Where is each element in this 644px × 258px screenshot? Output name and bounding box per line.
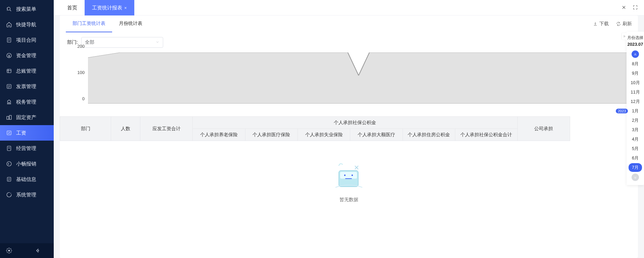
month-picker-item[interactable]: 1月2023 — [629, 107, 642, 115]
sidebar-item-money[interactable]: 资金管理 — [0, 48, 54, 63]
tabs-close-all-icon[interactable] — [621, 5, 627, 11]
table-horizontal-scroll[interactable]: 部门 人数 应发工资合计 个人承担社保公积金 公司承担 个人承担养老保险个人承担… — [60, 116, 638, 212]
download-button[interactable]: 下载 — [593, 21, 609, 27]
month-picker-item[interactable]: 3月 — [629, 125, 642, 134]
svg-point-16 — [352, 175, 353, 176]
month-picker-item[interactable]: 8月 — [629, 60, 642, 68]
month-picker-title: 月份选择 — [627, 35, 643, 41]
month-picker-down-button[interactable] — [632, 174, 639, 181]
month-picker-item[interactable]: 2月 — [629, 116, 642, 125]
table-empty-state: 暂无数据 — [60, 141, 638, 208]
col-sub: 个人承担大额医疗 — [350, 129, 403, 141]
inner-tab[interactable]: 部门工资统计表 — [66, 15, 112, 32]
sidebar-item-label: 税务管理 — [16, 99, 36, 105]
month-picker-item[interactable]: 12月 — [629, 97, 642, 106]
search-icon — [6, 6, 12, 12]
sidebar-item-label: 资金管理 — [16, 52, 36, 59]
system-icon — [6, 192, 12, 198]
svg-rect-6 — [9, 115, 11, 119]
page-tabs-bar: 首页工资统计报表× — [54, 0, 644, 15]
ledger-icon — [6, 68, 12, 74]
month-picker-panel: 月份选择 2023.07 8月9月10月11月12月1月20232月3月4月5月… — [627, 32, 644, 185]
sidebar-item-search[interactable]: 搜索菜单 — [0, 1, 54, 17]
sidebar-item-label: 小畅报销 — [16, 161, 36, 167]
col-sub: 个人承担社保公积金合计 — [455, 129, 517, 141]
page-tab[interactable]: 首页 — [60, 0, 85, 15]
sidebar-item-system[interactable]: 系统管理 — [0, 187, 54, 202]
report-panel: 部门工资统计表月份统计表 下载 刷新 部门: 全部 — [60, 15, 638, 258]
svg-point-9 — [7, 161, 11, 166]
salary-icon — [6, 130, 12, 136]
asset-icon — [6, 114, 12, 120]
tabs-fullscreen-icon[interactable] — [633, 5, 638, 11]
sidebar-item-label: 快捷导航 — [16, 22, 36, 28]
month-picker-item[interactable]: 10月 — [629, 78, 642, 87]
svg-point-11 — [8, 250, 10, 252]
sidebar-item-invoice[interactable]: 发票管理 — [0, 79, 54, 94]
sidebar-item-home[interactable]: 快捷导航 — [0, 17, 54, 32]
salary-area-chart: 0100200 — [67, 51, 631, 108]
department-select[interactable]: 全部 — [81, 37, 163, 48]
sidebar-item-label: 发票管理 — [16, 83, 36, 90]
empty-state-illustration-icon — [329, 154, 369, 191]
sidebar-item-base[interactable]: 基础信息 — [0, 172, 54, 187]
sidebar-item-ledger[interactable]: 总账管理 — [0, 63, 54, 79]
col-sub: 个人承担医疗保险 — [245, 129, 297, 141]
col-total-pay: 应发工资合计 — [140, 117, 192, 141]
inner-tab[interactable]: 月份统计表 — [112, 15, 149, 32]
col-group-personal-social: 个人承担社保公积金 — [193, 117, 517, 129]
month-picker-item[interactable]: 4月 — [629, 135, 642, 144]
col-sub: 个人承担失业保险 — [297, 129, 350, 141]
svg-rect-14 — [340, 172, 357, 179]
sidebar-item-tax[interactable]: 税务管理 — [0, 94, 54, 110]
month-picker-collapse-button[interactable] — [622, 33, 627, 40]
col-sub: 个人承担养老保险 — [193, 129, 245, 141]
base-icon — [6, 176, 12, 182]
empty-state-text: 暂无数据 — [339, 197, 358, 203]
month-picker-item[interactable]: 9月 — [629, 69, 642, 78]
department-select-value: 全部 — [85, 39, 94, 45]
chart-y-tick: 100 — [77, 70, 85, 75]
sidebar-item-biz[interactable]: 经营管理 — [0, 141, 54, 156]
department-filter-label: 部门: — [67, 39, 78, 45]
month-picker-up-button[interactable] — [632, 50, 639, 58]
chart-y-tick: 200 — [77, 44, 85, 49]
month-picker-item[interactable]: 11月 — [629, 88, 642, 97]
sidebar-item-label: 搜索菜单 — [16, 6, 36, 12]
collapse-sidebar-icon[interactable] — [36, 248, 42, 254]
sidebar-item-label: 项目合同 — [16, 37, 36, 43]
col-company-bear-partial: 公司承担 — [517, 117, 570, 141]
tab-label: 首页 — [67, 5, 77, 11]
sidebar-item-label: 总账管理 — [16, 68, 36, 74]
sidebar-bottom-bar — [0, 243, 54, 258]
sidebar-item-contract[interactable]: 项目合同 — [0, 32, 54, 48]
biz-icon — [6, 145, 12, 151]
sidebar-item-label: 固定资产 — [16, 114, 36, 121]
month-picker-item[interactable]: 7月 — [629, 163, 642, 172]
refresh-button[interactable]: 刷新 — [616, 21, 632, 27]
chevron-down-icon — [155, 40, 159, 45]
home-icon — [6, 22, 12, 28]
salary-table: 部门 人数 应发工资合计 个人承担社保公积金 公司承担 个人承担养老保险个人承担… — [60, 116, 570, 141]
tab-label: 工资统计报表 — [92, 5, 122, 11]
page-tab[interactable]: 工资统计报表× — [85, 0, 134, 15]
col-department: 部门 — [60, 117, 111, 141]
money-icon — [6, 52, 12, 59]
svg-rect-3 — [7, 69, 11, 73]
tab-close-icon[interactable]: × — [124, 5, 127, 10]
svg-point-15 — [344, 175, 346, 176]
sidebar-item-reimburse[interactable]: 小畅报销 — [0, 156, 54, 172]
sidebar-item-asset[interactable]: 固定资产 — [0, 110, 54, 125]
month-picker-item[interactable]: 5月 — [629, 144, 642, 153]
sidebar-item-salary[interactable]: 工资 — [0, 125, 54, 141]
settings-icon[interactable] — [6, 248, 12, 254]
svg-rect-5 — [7, 116, 9, 119]
invoice-icon — [6, 83, 12, 89]
month-picker-item[interactable]: 6月 — [629, 154, 642, 162]
contract-icon — [6, 37, 12, 43]
col-sub: 个人承担住房公积金 — [403, 129, 455, 141]
sidebar-item-label: 经营管理 — [16, 145, 36, 152]
month-picker-current: 2023.07 — [628, 42, 643, 47]
tax-icon — [6, 99, 12, 105]
reimburse-icon — [6, 161, 12, 167]
